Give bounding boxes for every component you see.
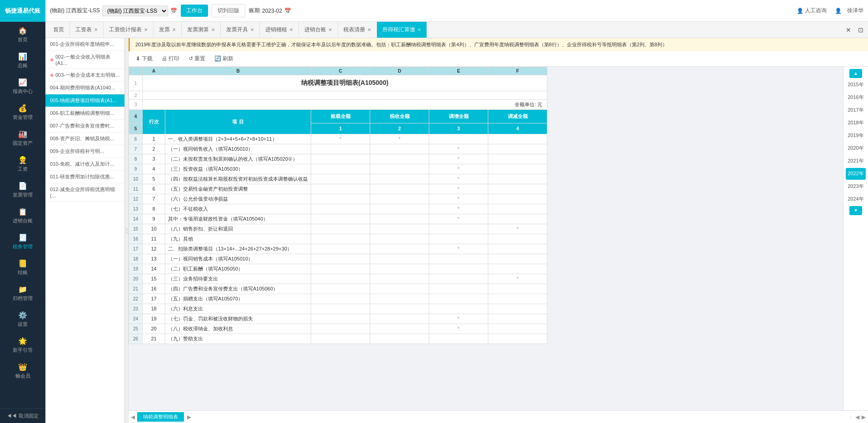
row-col-1[interactable] [311,244,370,254]
sidebar-unpin[interactable]: ◀◀ 取消固定 [0,408,45,423]
row-col-2[interactable] [370,264,429,274]
row-col-2[interactable] [370,274,429,284]
row-col-3[interactable] [429,274,488,284]
row-col-2[interactable] [370,204,429,214]
sidebar-item-settings[interactable]: ⚙️ 设置 [0,306,45,332]
sidebar-item-archive[interactable]: 📁 归档管理 [0,280,45,306]
row-col-3[interactable] [429,264,488,274]
row-col-2[interactable] [370,154,429,164]
row-col-1[interactable] [311,284,370,294]
form-item-005[interactable]: 005-纳税调整项目明细表(A1... [45,94,124,107]
table-row[interactable]: 149其中：专项用途财政性资金（填写A105040）* [129,214,547,224]
row-col-2[interactable] [370,254,429,264]
scroll-left-icon[interactable]: ◀ [131,414,135,420]
row-col-4[interactable]: * [488,274,547,284]
table-row[interactable]: 2520（八）税收滞纳金、加收利息* [129,324,547,334]
year-2016[interactable]: 2016年 [846,92,866,103]
year-2019[interactable]: 2019年 [846,130,866,142]
row-col-2[interactable] [370,174,429,184]
row-col-4[interactable] [488,234,547,244]
table-row[interactable]: 83（二）未按权责发生制原则确认的收入（填写A105020①）* [129,154,547,164]
row-col-2[interactable] [370,334,429,344]
row-col-1[interactable] [311,214,370,224]
tab-invoice-issue[interactable]: 发票开具 ✕ [221,22,260,38]
row-col-4[interactable] [488,164,547,174]
row-col-2[interactable] [370,244,429,254]
maximize-button[interactable]: ⊡ [856,25,866,34]
row-col-1[interactable] [311,294,370,304]
row-col-1[interactable] [311,224,370,234]
table-row[interactable]: 1712二、扣除类调整项目（13+14+...24+26+27+28+29+30… [129,244,547,254]
scroll-bar-right[interactable]: ▶ [862,414,866,420]
row-col-1[interactable] [311,174,370,184]
sidebar-item-close[interactable]: 📒 结账 [0,255,45,280]
row-col-3[interactable]: * [429,144,488,154]
refresh-button[interactable]: 🔄 刷新 [212,54,236,64]
table-row[interactable]: 127（六）公允价值变动净损益* [129,194,547,204]
form-item-008[interactable]: 008-资产折旧、摊销及纳税... [45,133,124,145]
row-col-3[interactable]: * [429,154,488,164]
row-col-4[interactable] [488,144,547,154]
row-col-1[interactable] [311,204,370,214]
year-2020[interactable]: 2020年 [846,143,866,154]
tab-close-icon[interactable]: ✕ [250,27,254,32]
tab-close-icon[interactable]: ✕ [144,27,148,32]
sidebar-item-member[interactable]: 👑 畅会员 [0,358,45,384]
table-row[interactable]: 116（五）交易性金融资产初始投资调整* [129,184,547,194]
tab-tax-list[interactable]: 税表清册 ✕ [338,22,377,38]
tab-home[interactable]: 首页 [48,22,70,38]
row-col-4[interactable] [488,154,547,164]
table-row[interactable]: 72（一）视同销售收入（填写A105010）* [129,144,547,154]
row-col-2[interactable] [370,284,429,294]
row-col-4[interactable] [488,264,547,274]
form-item-001[interactable]: 001-企业所得税年度纳税申... [45,38,124,51]
row-col-3[interactable] [429,334,488,344]
tab-invoice[interactable]: 发票 ✕ [154,22,182,38]
row-col-3[interactable] [429,254,488,264]
table-row[interactable]: 2621（九）赞助支出 [129,334,547,344]
sidebar-item-assets[interactable]: 🏭 固定资产 [0,125,45,151]
year-up-button[interactable]: ▲ [849,69,862,78]
table-row[interactable]: 105（四）按权益法核算长期股权投资对初始投资成本调整确认收益* [129,174,547,184]
form-item-006[interactable]: 006-职工薪酬纳税调整明细... [45,107,124,120]
row-col-4[interactable]: * [488,224,547,234]
row-col-3[interactable]: * [429,204,488,214]
tab-purchase-ledger[interactable]: 进销台账 ✕ [299,22,338,38]
row-col-3[interactable]: * [429,214,488,224]
row-col-4[interactable] [488,174,547,184]
row-col-1[interactable] [311,154,370,164]
form-item-007[interactable]: 007-广告费和业务宣传费时... [45,120,124,133]
row-col-1[interactable] [311,274,370,284]
row-col-1[interactable] [311,314,370,324]
tab-close-icon[interactable]: ✕ [211,27,215,32]
row-col-2[interactable] [370,324,429,334]
row-col-4[interactable] [488,204,547,214]
row-col-3[interactable]: * [429,164,488,174]
tab-purchase-check[interactable]: 进销稽核 ✕ [260,22,299,38]
tab-payroll-stats[interactable]: 工资统计报表 ✕ [104,22,154,38]
row-col-4[interactable] [488,294,547,304]
row-col-4[interactable] [488,244,547,254]
table-row[interactable]: 2318（六）利息支出 [129,304,547,314]
table-row[interactable]: 138（七）不征税收入* [129,204,547,214]
bottom-tab-main[interactable]: 纳税调整明细表 [137,412,184,422]
tab-close-icon[interactable]: ✕ [172,27,176,32]
row-col-2[interactable] [370,164,429,174]
row-col-3[interactable] [429,234,488,244]
scroll-bar-left[interactable]: ◀ [855,414,859,420]
row-col-1[interactable] [311,164,370,174]
resize-handle[interactable] [125,38,129,423]
table-row[interactable]: 1510（八）销售折扣、折让和退回* [129,224,547,234]
tab-close-icon[interactable]: ✕ [289,27,293,32]
table-row[interactable]: 61一、收入类调整项目（2+3+4+5+6+7+8+10+11）** [129,134,547,144]
tab-close-icon[interactable]: ✕ [417,27,421,32]
consult-button[interactable]: 👤 人工咨询 [794,5,829,16]
table-row[interactable]: 2217（五）捐赠支出（填写A105070） [129,294,547,304]
year-2017[interactable]: 2017年 [846,104,866,116]
row-col-1[interactable] [311,254,370,264]
row-col-3[interactable]: * [429,194,488,204]
table-row[interactable]: 94（三）投资收益（填写A105030）* [129,164,547,174]
form-item-011[interactable]: 011-研发费用加计扣除优惠... [45,171,124,183]
tab-income-tax[interactable]: 所得税汇算缴 ✕ [377,22,427,38]
workbench-button[interactable]: 工作台 [181,5,208,17]
